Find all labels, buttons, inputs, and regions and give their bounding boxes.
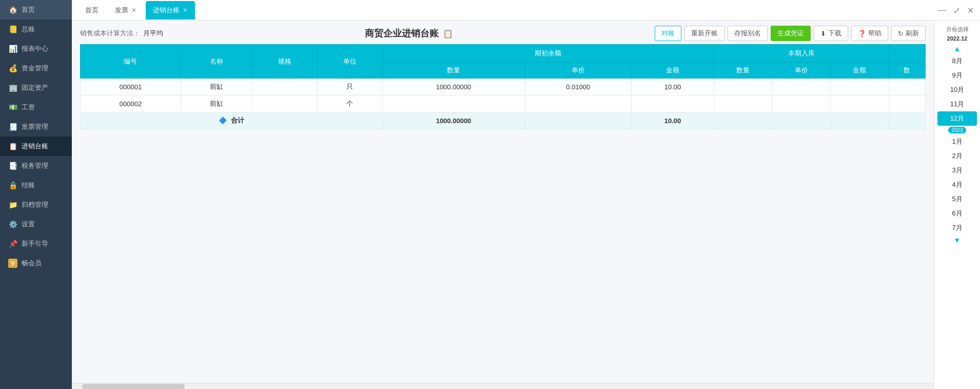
cell-opening-price: 0.01000: [525, 79, 632, 95]
month-item-9[interactable]: 9月: [934, 68, 980, 83]
reopen-button[interactable]: 重新开账: [684, 26, 724, 41]
month-item-2023-2[interactable]: 2月: [934, 149, 980, 163]
maximize-button[interactable]: ⤢: [951, 4, 962, 16]
tab-home-label: 首页: [85, 6, 99, 15]
help-button[interactable]: ❓ 帮助: [851, 26, 888, 41]
sidebar-item-settings[interactable]: ⚙️ 设置: [0, 215, 72, 234]
total-extra: [889, 112, 925, 129]
month-nav-up[interactable]: ▲: [934, 44, 980, 54]
page-title: 商贸企业进销台账: [365, 27, 439, 40]
month-panel-year-2022: 2022.12: [934, 34, 980, 44]
cell-opening-qty: [382, 95, 525, 112]
col-sub-amount1: 金额: [632, 63, 714, 79]
cell-opening-price: [525, 95, 632, 112]
col-header-name: 名称: [181, 45, 252, 79]
report-icon: 📊: [8, 44, 17, 53]
tab-purchase-sales[interactable]: 进销台账 ✕: [146, 1, 195, 20]
window-controls: — ⤢ ✕: [936, 4, 976, 16]
month-item-2023-3[interactable]: 3月: [934, 163, 980, 178]
horizontal-scrollbar[interactable]: [72, 383, 934, 389]
tab-invoice[interactable]: 发票 ✕: [108, 1, 144, 20]
sidebar-item-purchase-sales[interactable]: 📋 进销台账: [0, 137, 72, 156]
sidebar-item-guide[interactable]: 📌 新手引导: [0, 234, 72, 254]
col-header-opening-balance: 期初余额: [382, 45, 714, 63]
total-qty: 1000.00000: [382, 112, 525, 129]
reconcile-button[interactable]: 对账: [655, 26, 681, 41]
cost-method-label: 销售成本计算方法：: [80, 29, 140, 38]
tab-purchase-sales-label: 进销台账: [153, 6, 180, 15]
month-item-11[interactable]: 11月: [934, 97, 980, 111]
page-content: 销售成本计算方法： 月平均 商贸企业进销台账 📋 对账 重新开账 存报别名 生成…: [72, 21, 934, 389]
cell-unit: 只: [317, 79, 382, 95]
scrollbar-thumb[interactable]: [82, 384, 185, 389]
close-window-button[interactable]: ✕: [965, 4, 976, 16]
month-panel-title: 月份选择: [934, 24, 980, 34]
sidebar-item-tax-management[interactable]: 📑 税务管理: [0, 156, 72, 176]
sidebar-label-home: 首页: [22, 5, 35, 14]
download-button[interactable]: ⬇ 下载: [814, 26, 848, 41]
total-text: 合计: [231, 116, 244, 124]
settings-icon: ⚙️: [8, 220, 17, 229]
sidebar-item-home[interactable]: 🏠 首页: [0, 0, 72, 20]
cell-in-price: [772, 79, 831, 95]
download-icon: ⬇: [820, 30, 826, 37]
total-label: 🔷 合计: [81, 112, 383, 129]
save-as-button[interactable]: 存报别名: [728, 26, 768, 41]
total-in-price: [772, 112, 831, 129]
col-sub-extra: 数: [889, 63, 925, 79]
cost-method: 销售成本计算方法： 月平均: [80, 29, 163, 38]
col-header-unit: 单位: [317, 45, 382, 79]
sidebar-item-general-ledger[interactable]: 📒 总账: [0, 20, 72, 39]
month-item-2023-7[interactable]: 7月: [934, 221, 980, 235]
month-item-12[interactable]: 12月: [937, 111, 977, 126]
col-header-current-in: 本期入库: [714, 45, 889, 63]
tab-purchase-sales-close[interactable]: ✕: [183, 7, 188, 14]
sidebar-item-vip[interactable]: V 畅会员: [0, 254, 72, 273]
month-item-2023-5[interactable]: 5月: [934, 192, 980, 206]
col-sub-qty2: 数量: [714, 63, 772, 79]
table-row: 000001 前缸 只 1000.00000 0.01000 10.00: [81, 79, 926, 95]
sidebar-label-fund-management: 资金管理: [22, 64, 48, 73]
table-row: 000002 前缸 个: [81, 95, 926, 112]
sidebar-label-purchase-sales: 进销台账: [22, 142, 48, 151]
col-header-spec: 规格: [252, 45, 318, 79]
title-icon[interactable]: 📋: [443, 29, 453, 38]
cell-spec: [252, 79, 318, 95]
sidebar-item-fund-management[interactable]: 💰 资金管理: [0, 59, 72, 78]
cell-opening-amount: 10.00: [632, 79, 714, 95]
toolbar-row: 销售成本计算方法： 月平均 商贸企业进销台账 📋 对账 重新开账 存报别名 生成…: [72, 21, 934, 44]
cost-method-value: 月平均: [143, 29, 163, 38]
col-sub-amount2: 金额: [830, 63, 889, 79]
tab-home[interactable]: 首页: [78, 1, 106, 20]
month-item-8[interactable]: 8月: [934, 54, 980, 68]
refresh-button[interactable]: ↻ 刷新: [891, 26, 926, 41]
month-item-2023-6[interactable]: 6月: [934, 206, 980, 221]
cell-in-price: [772, 95, 831, 112]
cell-in-amount: [830, 79, 889, 95]
cell-name: 前缸: [181, 79, 252, 95]
col-header-extra: [889, 45, 925, 63]
sidebar-item-archive[interactable]: 📁 归档管理: [0, 195, 72, 215]
cell-spec: [252, 95, 318, 112]
total-in-amount: [830, 112, 889, 129]
cell-opening-amount: [632, 95, 714, 112]
month-nav-down[interactable]: ▼: [934, 235, 980, 245]
fund-icon: 💰: [8, 64, 17, 73]
cell-num: 000001: [81, 79, 181, 95]
sidebar-item-report-center[interactable]: 📊 报表中心: [0, 39, 72, 59]
generate-voucher-button[interactable]: 生成凭证: [771, 26, 811, 41]
month-item-10[interactable]: 10月: [934, 83, 980, 97]
cell-name: 前缸: [181, 95, 252, 112]
sidebar-item-closing[interactable]: 🔒 结账: [0, 176, 72, 195]
cell-opening-qty: 1000.00000: [382, 79, 525, 95]
sidebar-label-general-ledger: 总账: [22, 25, 35, 34]
tab-invoice-close[interactable]: ✕: [131, 7, 136, 14]
cell-extra: [889, 95, 925, 112]
sidebar-item-invoice-management[interactable]: 🧾 发票管理: [0, 117, 72, 137]
purchase-sales-icon: 📋: [8, 142, 17, 151]
sidebar-item-salary[interactable]: 💵 工资: [0, 98, 72, 117]
month-item-2023-4[interactable]: 4月: [934, 178, 980, 192]
sidebar-item-fixed-assets[interactable]: 🏢 固定资产: [0, 78, 72, 98]
month-item-2023-1[interactable]: 1月: [934, 134, 980, 149]
minimize-button[interactable]: —: [936, 4, 948, 16]
